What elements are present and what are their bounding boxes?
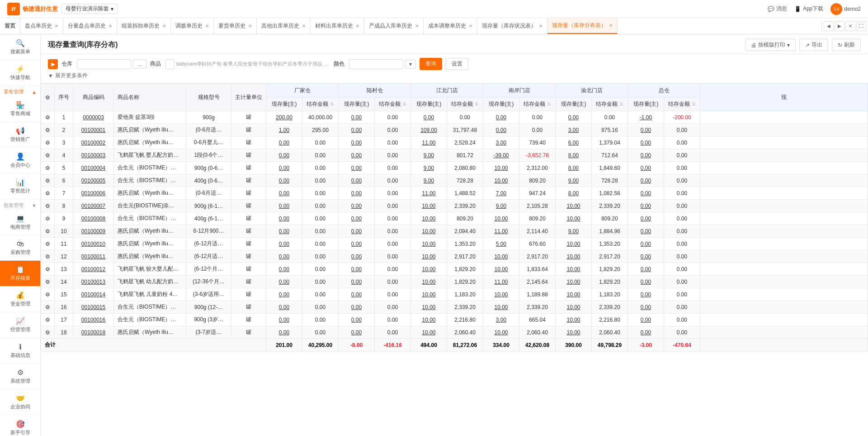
tab-chancheng[interactable]: 产成品入库单历史 ✕ — [364, 18, 424, 34]
tab-chengben[interactable]: 成本调整单历史 ✕ — [424, 18, 477, 34]
sidebar-item-inventory[interactable]: 📋 库存核算 — [0, 261, 40, 286]
cell-code[interactable]: 00100015 — [73, 301, 114, 314]
cell-changjiaCun-qty[interactable]: 0.00 — [266, 225, 302, 238]
cell-changjiaCun-qty[interactable]: 0.00 — [266, 314, 302, 326]
cell-lucunCun-qty[interactable]: 0.00 — [339, 288, 375, 301]
cell-yubei-qty[interactable]: 3.00 — [556, 124, 592, 136]
cell-settings[interactable]: ⚙ — [41, 263, 55, 276]
cell-nanan-qty[interactable]: 3.00 — [483, 314, 519, 326]
refresh-btn[interactable]: ↻ 刷新 — [832, 39, 861, 51]
cell-nanan-qty[interactable]: 10.00 — [483, 162, 519, 174]
cell-lucunCun-qty[interactable]: 0.00 — [339, 124, 375, 136]
cell-code[interactable]: 00100008 — [73, 212, 114, 225]
tab-fenliang[interactable]: 分量盘点单历史 ✕ — [63, 18, 117, 34]
cell-settings[interactable]: ⚙ — [41, 238, 55, 250]
cell-lucunCun-qty[interactable]: 0.00 — [339, 263, 375, 276]
cell-changjiaCun-qty[interactable]: 200.00 — [266, 111, 302, 124]
sidebar-item-purchase[interactable]: 🛍 采购管理 — [0, 235, 40, 261]
warehouse-input[interactable] — [77, 59, 131, 69]
cell-zongcang-qty[interactable]: 0.00 — [628, 124, 664, 136]
sidebar-item-mall[interactable]: 🏪 零售商城 — [0, 96, 40, 122]
cell-zongcang-qty[interactable]: 0.00 — [628, 326, 664, 339]
cell-zongcang-qty[interactable]: 0.00 — [628, 225, 664, 238]
cell-nanan-qty[interactable]: 10.00 — [483, 326, 519, 339]
cell-zongcang-qty[interactable]: 0.00 — [628, 187, 664, 200]
query-btn[interactable]: 查询 — [420, 58, 442, 70]
cell-code[interactable]: 00100007 — [73, 200, 114, 212]
cell-nanan-qty[interactable]: 3.00 — [483, 136, 519, 149]
cell-code[interactable]: 00100004 — [73, 162, 114, 174]
cell-settings[interactable]: ⚙ — [41, 301, 55, 314]
user-area[interactable]: Ea demo2 — [830, 3, 861, 15]
settings-btn[interactable]: 设置 — [446, 58, 468, 70]
cell-lucunCun-qty[interactable]: 0.00 — [339, 238, 375, 250]
cell-lucunCun-qty[interactable]: 0.00 — [339, 250, 375, 263]
cell-jiangbei-qty[interactable]: 9.00 — [411, 162, 447, 174]
cell-changjiaCun-qty[interactable]: 0.00 — [266, 288, 302, 301]
tab-qita[interactable]: 其他出库单历史 ✕ — [257, 18, 311, 34]
cell-code[interactable]: 00100009 — [73, 225, 114, 238]
sidebar-item-guide[interactable]: 🎯 新手引导 — [0, 415, 40, 436]
cell-changjiaCun-qty[interactable]: 0.00 — [266, 149, 302, 162]
color-input[interactable] — [349, 59, 403, 69]
tab-diaobo-close[interactable]: ✕ — [205, 23, 209, 28]
cell-lucunCun-qty[interactable]: 0.00 — [339, 111, 375, 124]
sidebar-item-operations[interactable]: 📈 经营管理 — [0, 312, 40, 338]
cell-nanan-qty[interactable]: 10.00 — [483, 250, 519, 263]
tab-xiancun1[interactable]: 现存量（库存状况表） ✕ — [477, 18, 547, 34]
cell-zongcang-qty[interactable]: 0.00 — [628, 238, 664, 250]
cell-changjiaCun-qty[interactable]: 0.00 — [266, 136, 302, 149]
cell-code[interactable]: 00100006 — [73, 187, 114, 200]
cell-nanan-qty[interactable]: 0.00 — [483, 124, 519, 136]
cell-code[interactable]: 00100018 — [73, 326, 114, 339]
cell-yubei-qty[interactable]: 10.00 — [556, 301, 592, 314]
cell-yubei-qty[interactable]: 8.00 — [556, 162, 592, 174]
cell-changjiaCun-qty[interactable]: 0.00 — [266, 326, 302, 339]
cell-zongcang-qty[interactable]: 0.00 — [628, 301, 664, 314]
cell-settings[interactable]: ⚙ — [41, 250, 55, 263]
company-select[interactable]: 母婴行业演示陈套 ▾ — [61, 4, 118, 14]
sidebar-item-finance[interactable]: 💰 资金管理 — [0, 286, 40, 312]
cell-zongcang-qty[interactable]: 0.00 — [628, 149, 664, 162]
cell-code[interactable]: 00100002 — [73, 136, 114, 149]
cell-code[interactable]: 00100013 — [73, 276, 114, 288]
sidebar-item-ecommerce[interactable]: 💻 电商管理 — [0, 210, 40, 235]
cell-jiangbei-qty[interactable]: 109.00 — [411, 124, 447, 136]
cell-settings[interactable]: ⚙ — [41, 326, 55, 339]
col-settings-header[interactable]: ⚙ — [41, 84, 55, 111]
cell-lucunCun-qty[interactable]: 0.00 — [339, 326, 375, 339]
cell-jiangbei-qty[interactable]: 11.00 — [411, 136, 447, 149]
tab-chengben-close[interactable]: ✕ — [469, 23, 472, 28]
cell-zongcang-qty[interactable]: 0.00 — [628, 263, 664, 276]
sidebar-item-collab[interactable]: 🤝 企业协同 — [0, 389, 40, 415]
cell-nanan-qty[interactable]: 10.00 — [483, 301, 519, 314]
sidebar-section-retail[interactable]: 零售管理 ▲ — [0, 86, 40, 96]
tab-prev-btn[interactable]: ◀ — [824, 21, 834, 31]
tab-fullscreen-btn[interactable]: ⛶ — [856, 21, 866, 31]
cell-changjiaCun-qty[interactable]: 0.00 — [266, 200, 302, 212]
cell-settings[interactable]: ⚙ — [41, 136, 55, 149]
cell-jiangbei-qty[interactable]: 10.00 — [411, 212, 447, 225]
cell-zongcang-qty[interactable]: 0.00 — [628, 174, 664, 187]
cell-changjiaCun-qty[interactable]: 0.00 — [266, 263, 302, 276]
tab-xiancun2-close[interactable]: ✕ — [609, 23, 613, 28]
sidebar-item-system[interactable]: ⚙ 系统管理 — [0, 364, 40, 389]
cell-changjiaCun-qty[interactable]: 0.00 — [266, 162, 302, 174]
sidebar-item-retail-stats[interactable]: 📊 零售统计 — [0, 173, 40, 199]
cell-nanan-qty[interactable]: 10.00 — [483, 174, 519, 187]
cell-yubei-qty[interactable]: 10.00 — [556, 263, 592, 276]
cell-zongcang-qty[interactable]: 0.00 — [628, 200, 664, 212]
cell-lucunCun-qty[interactable]: 0.00 — [339, 174, 375, 187]
cell-settings[interactable]: ⚙ — [41, 314, 55, 326]
cell-changjiaCun-qty[interactable]: 0.00 — [266, 250, 302, 263]
app-download-btn[interactable]: 📱 App下载 — [794, 5, 823, 13]
cell-code[interactable]: 00100016 — [73, 314, 114, 326]
cell-lucunCun-qty[interactable]: 0.00 — [339, 162, 375, 174]
cell-lucunCun-qty[interactable]: 0.00 — [339, 225, 375, 238]
cell-yubei-qty[interactable]: 10.00 — [556, 212, 592, 225]
cell-settings[interactable]: ⚙ — [41, 276, 55, 288]
cell-code[interactable]: 00100012 — [73, 263, 114, 276]
cell-zongcang-qty[interactable]: 0.00 — [628, 288, 664, 301]
cell-changjiaCun-qty[interactable]: 1.00 — [266, 124, 302, 136]
cell-lucunCun-qty[interactable]: 0.00 — [339, 276, 375, 288]
